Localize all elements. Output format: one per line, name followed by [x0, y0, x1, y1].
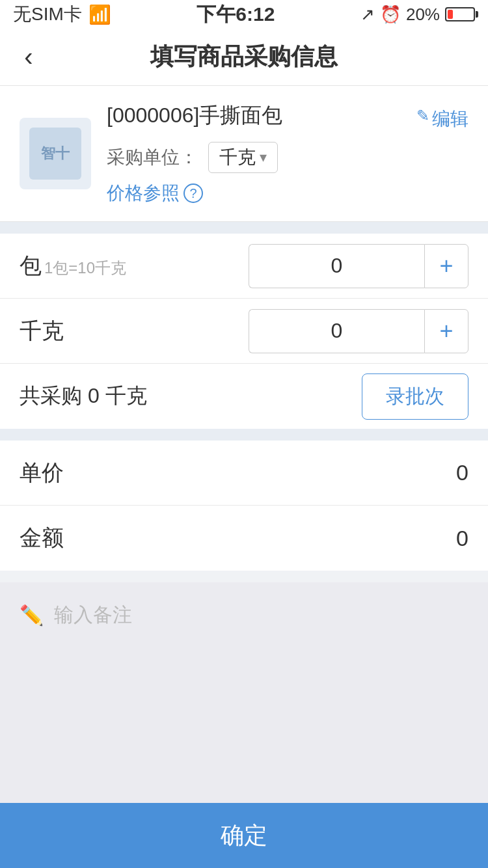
notes-section[interactable]: ✏️ 输入备注: [0, 582, 488, 647]
price-ref-label: 价格参照: [107, 181, 180, 206]
product-unit-row: 采购单位： 千克 ▾: [107, 142, 401, 173]
product-image-inner: 智十: [29, 128, 81, 180]
product-name: [0000006]手撕面包: [107, 102, 401, 130]
amount-label: 金额: [20, 523, 64, 553]
price-reference-link[interactable]: 价格参照 ?: [107, 181, 401, 206]
product-card: 智十 [0000006]手撕面包 采购单位： 千克 ▾ 价格参照 ? ✎ 编辑: [0, 86, 488, 222]
quantity-section: 包1包=10千克 + 千克 +: [0, 234, 488, 364]
bao-sublabel: 1包=10千克: [44, 259, 126, 277]
bao-label: 包1包=10千克: [20, 251, 126, 281]
kg-plus-button[interactable]: +: [424, 309, 468, 353]
total-text: 共采购 0 千克: [20, 382, 147, 411]
record-batch-button[interactable]: 录批次: [362, 373, 468, 420]
bao-quantity-input[interactable]: [249, 244, 424, 288]
kg-input-right: +: [85, 309, 468, 353]
product-info: [0000006]手撕面包 采购单位： 千克 ▾ 价格参照 ?: [107, 102, 401, 206]
section-separator-2: [0, 429, 488, 441]
pencil-icon: ✏️: [20, 604, 44, 627]
status-bar: 无SIM卡 📶 下午6:12 ↗ ⏰ 20%: [0, 0, 488, 29]
battery-percent: 20%: [406, 5, 440, 25]
total-row: 共采购 0 千克 录批次: [0, 364, 488, 429]
battery-icon: [445, 7, 475, 21]
unit-dropdown[interactable]: 千克 ▾: [208, 142, 278, 173]
kg-label: 千克: [20, 316, 72, 346]
edit-label: 编辑: [432, 107, 468, 131]
kg-input-row: 千克 +: [0, 299, 488, 364]
nav-bar: ‹ 填写商品采购信息: [0, 29, 488, 86]
confirm-button[interactable]: 确定: [0, 803, 488, 868]
status-time: 下午6:12: [197, 1, 275, 28]
dropdown-arrow-icon: ▾: [260, 149, 267, 166]
wifi-icon: 📶: [88, 4, 111, 25]
edit-icon: ✎: [416, 107, 429, 125]
amount-value: 0: [456, 526, 468, 551]
edit-button[interactable]: ✎ 编辑: [416, 104, 468, 131]
alarm-icon: ⏰: [380, 5, 401, 25]
unit-price-row: 单价 0: [0, 441, 488, 506]
notes-placeholder: 输入备注: [54, 602, 132, 629]
status-right: ↗ ⏰ 20%: [360, 5, 475, 25]
location-icon: ↗: [360, 5, 375, 25]
bao-input-right: +: [139, 244, 468, 288]
unit-price-value: 0: [456, 460, 468, 485]
price-ref-info-icon: ?: [183, 183, 203, 203]
bao-input-row: 包1包=10千克 +: [0, 234, 488, 299]
product-right: ✎ 编辑: [416, 102, 468, 131]
page-title: 填写商品采购信息: [150, 41, 338, 73]
unit-price-label: 单价: [20, 458, 64, 488]
product-image: 智十: [20, 118, 91, 189]
kg-quantity-input[interactable]: [249, 309, 424, 353]
section-separator-1: [0, 222, 488, 234]
bao-plus-button[interactable]: +: [424, 244, 468, 288]
carrier-text: 无SIM卡: [13, 2, 82, 27]
unit-label: 采购单位：: [107, 145, 198, 170]
back-button[interactable]: ‹: [0, 29, 57, 86]
amount-row: 金额 0: [0, 506, 488, 571]
price-section: 单价 0 金额 0: [0, 441, 488, 571]
unit-value: 千克: [219, 145, 256, 170]
status-left: 无SIM卡 📶: [13, 2, 111, 27]
